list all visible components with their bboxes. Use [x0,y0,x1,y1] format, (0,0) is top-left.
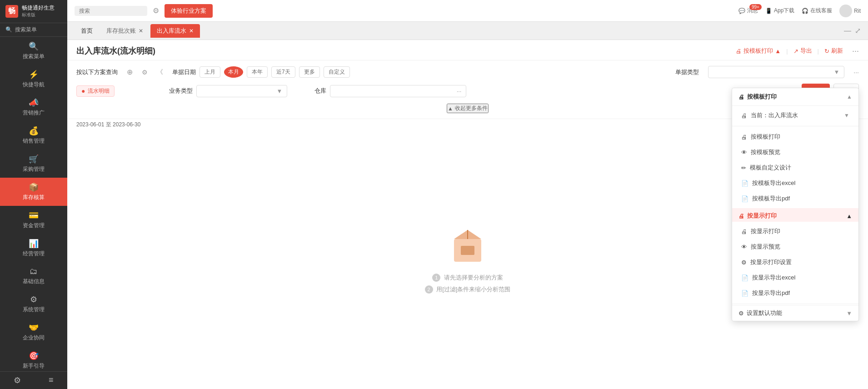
sidebar-search[interactable]: 🔍 搜索菜单 [0,23,67,37]
guide-icon: 🎯 [29,351,39,361]
industry-btn[interactable]: 体验行业方案 [165,4,213,18]
template-export-excel-item[interactable]: 📄 按模板导出excel [732,175,858,191]
empty-hint-2-text: 用[过滤]条件来缩小分析范围 [436,286,510,293]
gear-icon[interactable]: ⚙ [153,6,159,15]
date-btn-custom[interactable]: 自定义 [324,66,350,78]
warehouse-select[interactable]: ··· [330,85,466,97]
display-group-icon: 🖨 [738,213,744,219]
message-btn[interactable]: 💬 消息 99+ [738,7,758,15]
dropdown-footer[interactable]: ⚙ 设置默认功能 ▼ [732,305,858,321]
search-input[interactable] [75,6,147,16]
filter-tag-label: 流水明细 [88,87,110,95]
sidebar-item-guide[interactable]: 🎯 新手引导 [0,346,67,371]
tab-minimize-icon[interactable]: — [844,27,851,35]
sidebar-item-system[interactable]: ⚙ 系统管理 [0,290,67,318]
current-template-item[interactable]: 🖨 当前：出入库流水 ▼ [732,108,858,123]
date-btn-last-month[interactable]: 上月 [200,66,220,78]
filter-active-tag[interactable]: ● 流水明细 [76,85,115,97]
app-download-label: App下载 [774,7,794,15]
topbar-right: 💬 消息 99+ 📱 App下载 🎧 在线客服 Rit [738,5,861,17]
display-print-item[interactable]: 🖨 按显示打印 [732,224,858,239]
message-icon: 💬 [738,8,745,14]
date-btn-last-7[interactable]: 近7天 [271,66,295,78]
sidebar-item-shortcut[interactable]: ⚡ 快捷导航 [0,65,67,93]
display-print-label: 按显示打印 [751,227,780,235]
export-btn[interactable]: ↗ 导出 [793,47,812,55]
date-btn-more[interactable]: 更多 [299,66,320,78]
template-customize-item[interactable]: ✏ 模板自定义设计 [732,160,858,175]
tab-flow-close[interactable]: ✕ [189,28,194,34]
date-btn-current-month[interactable]: 本月 [224,66,243,78]
template-preview-item[interactable]: 👁 按模板预览 [732,145,858,160]
logo-sub: 标准版 [22,12,55,18]
expand-bottom-icon[interactable]: ≡ [49,375,54,385]
filter-collapse-icon[interactable]: 《 [157,68,163,76]
sidebar-item-operations[interactable]: 📊 经营管理 [0,234,67,262]
sidebar-item-sales[interactable]: 💰 销售管理 [0,121,67,150]
sidebar-item-label-search: 搜索菜单 [23,53,45,60]
tab-home[interactable]: 首页 [75,24,99,38]
more-options-icon[interactable]: ··· [852,46,859,56]
sidebar-item-finance[interactable]: 💳 资金管理 [0,206,67,234]
display-group-arrow-icon: ▲ [846,213,852,219]
display-settings-item[interactable]: ⚙ 按显示打印设置 [732,254,858,270]
date-range-value: 2023-06-01 至 2023-06-30 [76,121,140,128]
page-header: 出入库流水(流水明细) 🖨 按模板打印 ▲ | ↗ 导出 | ↻ [67,40,868,60]
display-group-header[interactable]: 🖨 按显示打印 ▲ [732,208,858,222]
system-icon: ⚙ [30,294,37,304]
sidebar-item-marketing[interactable]: 📣 营销推广 [0,93,67,121]
type-more-icon[interactable]: ··· [853,69,859,76]
tab-batch[interactable]: 库存批次账 ✕ [100,24,150,38]
biz-type-select[interactable]: ▼ [196,85,287,97]
template-section: 🖨 按模板打印 👁 按模板预览 ✏ 模板自定义设计 📄 按模板导出excel [732,127,858,208]
filter-add-icon[interactable]: ⊕ [127,68,133,76]
date-filter: 单据日期 上月 本月 本年 近7天 更多 自定义 [172,66,350,78]
template-print-label: 按模板打印 [751,133,780,141]
tabbar: 首页 库存批次账 ✕ 出入库流水 ✕ — ⤢ [67,22,868,40]
dropdown-header-arrow-icon[interactable]: ▲ [847,94,852,100]
empty-hint-2: 2 用[过滤]条件来缩小分析范围 [425,285,511,294]
template-export-pdf-label: 按模板导出pdf [752,194,790,203]
type-caret-icon: ▼ [833,69,839,75]
user-avatar-btn[interactable]: Rit [839,5,861,17]
type-label: 单据类型 [675,68,699,76]
dropdown-header: 🖨 按模板打印 ▲ [732,88,858,106]
sidebar-item-inventory[interactable]: 📦 库存核算 [0,178,67,206]
display-export-pdf-item[interactable]: 📄 按显示导出pdf [732,285,858,301]
type-select[interactable]: ▼ [708,66,844,78]
template-export-pdf-item[interactable]: 📄 按模板导出pdf [732,191,858,206]
sidebar-item-purchase[interactable]: 🛒 采购管理 [0,150,67,178]
display-export-excel-item[interactable]: 📄 按显示导出excel [732,270,858,285]
shortcut-icon: ⚡ [29,70,39,80]
online-service-btn[interactable]: 🎧 在线客服 [802,7,832,15]
collapse-btn[interactable]: ▲ 收起更多条件 [447,104,489,113]
refresh-btn[interactable]: ↻ 刷新 [824,47,843,55]
biz-type-caret-icon: ▼ [277,88,283,95]
sidebar-item-search[interactable]: 🔍 搜索菜单 [0,37,67,65]
print-btn[interactable]: 🖨 按模板打印 ▲ [736,47,781,55]
export-icon: ↗ [793,48,798,55]
template-print-item[interactable]: 🖨 按模板打印 [732,129,858,145]
tab-flow[interactable]: 出入库流水 ✕ [150,24,200,38]
footer-arrow-icon: ▼ [846,310,852,317]
filter-settings-icon[interactable]: ⚙ [142,69,148,76]
sidebar-item-label-purchase: 采购管理 [23,165,45,173]
footer-title: ⚙ 设置默认功能 [738,309,782,317]
tab-maximize-icon[interactable]: ⤢ [855,26,861,35]
divider-1 [732,126,858,126]
message-badge: 99+ [749,4,762,10]
tab-batch-close[interactable]: ✕ [139,28,143,34]
topbar: ⚙ 体验行业方案 💬 消息 99+ 📱 App下载 🎧 在线客服 [67,0,868,22]
sidebar-item-basic[interactable]: 🗂 基础信息 [0,262,67,290]
display-preview-item[interactable]: 👁 按显示预览 [732,239,858,254]
refresh-label: 刷新 [831,47,843,55]
date-btn-current-year[interactable]: 本年 [247,66,268,78]
sidebar-item-corp[interactable]: 🤝 企业协同 [0,318,67,346]
divider-2 [732,304,858,304]
app-download-btn[interactable]: 📱 App下载 [765,7,794,15]
current-caret-icon: ▼ [844,112,849,119]
sidebar-item-label-corp: 企业协同 [23,334,45,342]
settings-bottom-icon[interactable]: ⚙ [14,375,21,385]
print-label: 按模板打印 [743,47,773,55]
warehouse-caret-icon: ··· [457,88,462,95]
